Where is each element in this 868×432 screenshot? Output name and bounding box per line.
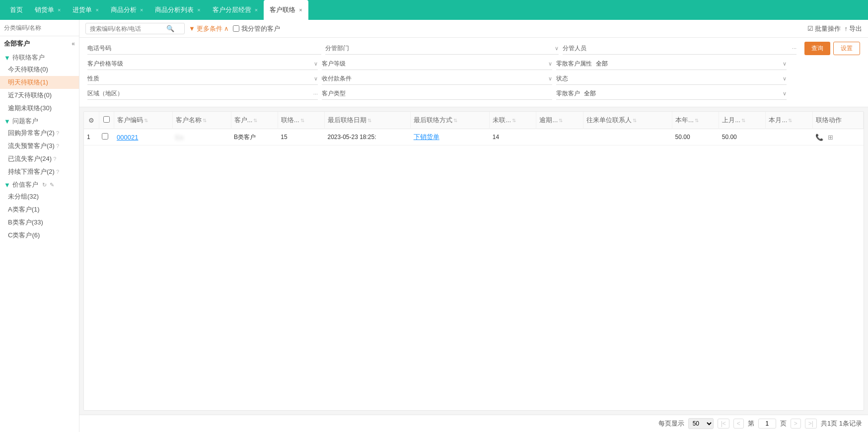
sort-type-icon[interactable]: ⇅ [253,118,257,123]
person-input[interactable] [588,45,790,52]
sidebar-item-class-b[interactable]: B类客户(33) [0,216,79,229]
sidebar-item-tomorrow-pending[interactable]: 明天待联络(1) [0,76,79,89]
page-input[interactable] [758,419,776,429]
row-checkbox[interactable] [102,133,108,140]
phone-input[interactable] [113,45,321,52]
person-dots-icon[interactable]: ··· [792,45,796,51]
dept-input[interactable] [351,45,553,52]
nav-customer-segmentation[interactable]: 客户分层经营 × [207,0,264,20]
sidebar-search-box: 🔍 [0,20,79,36]
top-actions: ☑ 批量操作 ↑ 导出 [807,24,863,33]
td-name: Ea [172,129,231,145]
sidebar-item-overdue-pending[interactable]: 逾期未联络(30) [0,102,79,115]
close-sales-order-icon[interactable]: × [58,0,61,20]
th-related-person: 往来单位联系人 ⇅ [583,112,672,129]
dept-arrow-icon: ∨ [555,45,559,52]
edit-value-icon[interactable]: ✎ [50,182,54,188]
sidebar-item-class-a[interactable]: A类客户(1) [0,203,79,216]
filter-search-icon[interactable]: 🔍 [166,25,174,32]
sidebar-item-today-pending[interactable]: 今天待联络(0) [0,63,79,76]
sidebar-item-declining[interactable]: 持续下滑客户(2) ? [0,165,79,178]
th-contact-count: 联络... ⇅ [278,112,324,129]
sidebar-item-churned[interactable]: 已流失客户(24) ? [0,152,79,165]
customer-type-input[interactable] [348,90,552,97]
sort-uncontacted-icon[interactable]: ⇅ [512,118,516,123]
sort-code-icon[interactable]: ⇅ [144,118,148,123]
sidebar-item-class-c[interactable]: C类客户(6) [0,229,79,242]
th-code: 客户编码 ⇅ [114,112,172,129]
sidebar-item-7days-pending[interactable]: 近7天待联络(0) [0,89,79,102]
nav-home[interactable]: 首页 [4,0,29,20]
refresh-icon[interactable]: ↻ [42,182,47,188]
th-last-month: 上月... ⇅ [719,112,766,129]
grid-action-icon[interactable]: ⊞ [828,134,833,141]
per-page-select[interactable]: 50 100 200 [688,418,714,429]
nav-customer-contact[interactable]: 客户联络 × [264,0,308,20]
collapse-icon: « [72,40,75,47]
filter-cell-phone: 电话号码 [87,43,321,55]
filter-cell-status: 状态 ∨ [556,73,787,85]
filter-cell-payment-terms: 收付款条件 ∨ [322,73,552,85]
my-customers-checkbox-label[interactable]: 我分管的客户 [233,24,280,33]
sort-this-month-icon[interactable]: ⇅ [788,118,792,123]
customer-code-link[interactable]: 000021 [117,134,138,141]
settings-col-icon[interactable]: ⚙ [88,117,94,124]
nav-sales-order[interactable]: 销货单 × [29,0,67,20]
query-button[interactable]: 查询 [804,42,830,55]
batch-ops-icon: ☑ [807,25,813,32]
more-filters-button[interactable]: ▼ 更多条件 ∧ [189,24,229,33]
close-purchase-order-icon[interactable]: × [95,0,98,20]
export-button[interactable]: ↑ 导出 [845,24,863,33]
sidebar-item-churn-warning[interactable]: 流失预警客户(3) ? [0,140,79,152]
filter-cell-customer-level: 客户等级 ∨ [322,58,552,70]
last-contact-method-link[interactable]: 下销货单 [414,133,439,141]
filter-search-input[interactable] [90,25,164,32]
prev-page-button[interactable]: < [733,419,744,429]
filter-search-box: 🔍 [85,23,185,34]
sort-contact-count-icon[interactable]: ⇅ [300,118,304,123]
filter-cell-region: 区域（地区） ··· [87,88,318,100]
sidebar-all-customers[interactable]: 全部客户 « [0,36,79,51]
batch-ops-button[interactable]: ☑ 批量操作 [807,24,841,33]
td-contact-count: 15 [278,129,324,145]
th-overdue: 逾期... ⇅ [536,112,583,129]
sort-related-person-icon[interactable]: ⇅ [633,118,637,123]
filter-cell-retail-customer: 零散客户 全部 ∨ [556,88,787,100]
sort-overdue-icon[interactable]: ⇅ [559,118,563,123]
nav-product-analysis-list[interactable]: 商品分析列表 × [149,0,206,20]
nav-purchase-order[interactable]: 进货单 × [67,0,104,20]
next-page-button[interactable]: > [791,419,801,429]
sort-this-year-icon[interactable]: ⇅ [695,118,699,123]
settings-button[interactable]: 设置 [833,42,860,55]
region-dots-icon[interactable]: ··· [313,91,318,97]
filter-cell-price-level: 客户价格等级 ∨ [87,58,318,70]
nature-arrow-icon: ∨ [314,75,318,82]
sort-last-month-icon[interactable]: ⇅ [741,118,745,123]
sort-last-contact-method-icon[interactable]: ⇅ [453,118,457,123]
phone-action-icon[interactable]: 📞 [815,134,823,141]
retail-customer-arrow-icon: ∨ [783,90,787,97]
sidebar-item-ungrouped[interactable]: 未分组(32) [0,190,79,203]
close-customer-segmentation-icon[interactable]: × [255,0,258,20]
td-checkbox [99,129,114,145]
sort-name-icon[interactable]: ⇅ [203,118,207,123]
td-type: B类客户 [231,129,278,145]
my-customers-checkbox[interactable] [233,25,239,32]
first-page-button[interactable]: |< [718,419,729,429]
sidebar-item-abnormal-repurchase[interactable]: 回购异常客户(2) ? [0,127,79,140]
sort-last-contact-date-icon[interactable]: ⇅ [367,118,371,123]
page-suffix: 页 [780,419,787,428]
filter-cell-customer-type: 客户类型 [322,88,552,100]
pagination-bar: 每页显示 50 100 200 |< < 第 页 > >| 共1页 1条记录 [79,415,868,432]
filter-cell-dept: 分管部门 ∨ [325,43,559,55]
td-last-month: 50.00 [719,129,766,145]
sidebar-group-value-customers: ▼ 价值客户 ↻ ✎ [0,178,79,190]
close-product-analysis-list-icon[interactable]: × [197,0,200,20]
close-product-analysis-icon[interactable]: × [140,0,143,20]
last-page-button[interactable]: >| [805,419,817,429]
close-customer-contact-icon[interactable]: × [299,0,302,20]
sidebar-search-input[interactable] [4,24,78,31]
select-all-checkbox[interactable] [103,116,110,123]
th-action: 联络动作 [812,112,863,129]
nav-product-analysis[interactable]: 商品分析 × [105,0,149,20]
